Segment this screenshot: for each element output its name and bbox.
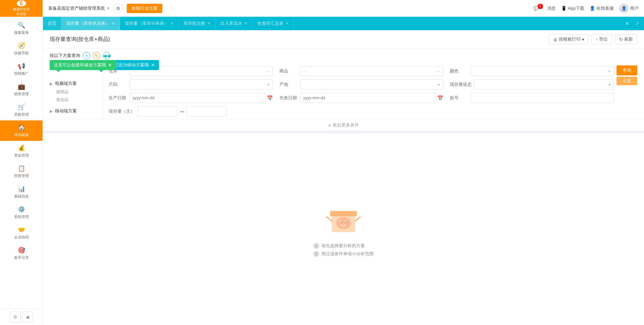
goods-select[interactable]: ··· ⋯ [300,66,443,76]
batch-no-field: 批号 [450,93,614,103]
sidebar-item-marketing-label: 营销推广 [14,71,29,76]
sidebar-item-quicknav[interactable]: 🧭 快捷导航 [0,39,43,59]
sidebar-item-marketing[interactable]: 📢 营销推广 [0,59,43,79]
tab-inventory-status-close[interactable]: ✕ [112,21,115,26]
tab-collect-summary[interactable]: 收发存汇总表 ✕ [253,17,294,30]
tab-inventory-status[interactable]: 现存量（库存状况表） ✕ [61,17,120,30]
user-avatar-item[interactable]: 👤 用户 [619,4,639,13]
sidebar-item-search[interactable]: 🔍 搜索菜单 [0,18,43,39]
online-service-item[interactable]: 👤 在线客服 [590,5,614,11]
scheme-desktop-child-2[interactable]: 按仓品 [56,96,100,104]
template-print-label: 按模板打印 [559,36,581,42]
collapse-bar[interactable]: ∧ 收起更多条件 [43,119,644,131]
filter-row-2: 尺码 ▾ 产地 ▾ [109,79,614,90]
sidebar-item-system[interactable]: ⚙️ 系统管理 [0,202,43,223]
inventory-status-select[interactable]: ▾ [474,79,614,90]
sidebar-item-basic[interactable]: 📊 基础信息 [0,182,43,202]
sidebar-item-inventory[interactable]: 🏠 库存核算 [0,120,43,141]
color-arrow: ▾ [608,69,611,74]
origin-select[interactable]: ▾ [300,79,443,90]
hint-1: 1 请先选择要分析的方案 [313,243,374,249]
export-btn[interactable]: ↑ 导出 [591,34,612,44]
sidebar-item-finance[interactable]: 💰 资金管理 [0,141,43,161]
sidebar-item-sales[interactable]: 💼 销售管理 [0,79,43,100]
scheme-desktop[interactable]: ▶ 电脑端方案 [50,79,100,88]
edit-scheme-btn[interactable]: ✎ [93,52,100,59]
sidebar-item-guide[interactable]: 🎯 新手引导 [0,243,43,264]
back-btn[interactable]: ◀◀ [103,52,110,59]
scheme-mobile[interactable]: ▶ 移动端方案 [50,106,100,116]
tab-close-all-btn[interactable]: ✕ [623,19,631,28]
scheme-mobile-label: 移动端方案 [55,108,77,114]
print-arrow: ▾ [582,37,584,42]
experience-button[interactable]: 体验行业方案 [127,4,162,13]
expiry-date-inputs: 📅 [300,93,443,103]
reset-button[interactable]: 设置 [616,77,637,85]
collapse-label: 收起更多条件 [333,122,359,128]
tab-in-out-flow[interactable]: 出入库流水 ✕ [216,17,253,30]
page-actions: 🖨 按模板打印 ▾ ↑ 导出 ↻ 刷新 [549,34,638,44]
tooltip-edit-close[interactable]: ✕ [108,62,112,68]
message-item[interactable]: 💬 6 消息 [534,5,556,11]
scheme-desktop-child-1[interactable]: 按照品 [56,88,100,96]
inventory-range: — [138,106,226,116]
export-label: 导出 [599,36,608,42]
hint-2-num: 2 [313,251,319,257]
content-area: 现存量查询(按仓库+商品) 🖨 按模板打印 ▾ ↑ 导出 ↻ 刷新 [43,30,644,325]
tab-batch-ledger-close[interactable]: ✕ [207,21,211,26]
refresh-icon: ↻ [619,37,623,42]
inventory-main-label: 现存量（主） [109,108,136,114]
sidebar-item-enterprise[interactable]: 🤝 企业协同 [0,223,43,243]
sidebar-item-guide-label: 新手引导 [14,255,29,260]
inventory-status-label: 现存量状态 [450,82,472,88]
sidebar-item-search-label: 搜索菜单 [14,30,29,35]
tab-in-out-flow-close[interactable]: ✕ [244,21,248,26]
tooltip-scheme-close[interactable]: ✕ [151,62,155,68]
top-header: 装备及固定资产辅助管理系统 ▾ ⚙ 体验行业方案 💬 6 消息 📱 App下载 … [43,0,644,17]
collapse-btn[interactable]: ◀ [22,312,33,322]
dropdown-arrow: ▾ [107,6,109,11]
sidebar-item-purchase-label: 采购管理 [14,112,29,117]
color-field: 颜色 ▾ [450,66,614,76]
production-date-label: 生产日期 [109,95,127,101]
filter-header: 按以下方案查询 + ✎ ◀◀ 电脑方案可设为移动方案哦 ✕ [43,49,644,59]
expiry-date-calendar-icon[interactable]: 📅 [437,95,443,101]
goods-dots: ⋯ [436,69,440,74]
inventory-min-input[interactable] [138,106,178,116]
query-button[interactable]: 查询 [616,65,637,75]
production-date-calendar-icon[interactable]: 📅 [267,95,273,101]
hint-1-num: 1 [313,243,319,249]
tab-home[interactable]: 首页 [43,17,61,30]
edition-label: 标准版 [16,12,26,16]
tab-maximize-btn[interactable]: ⤢ [633,19,641,28]
expiry-date-input[interactable] [300,93,436,103]
template-print-btn[interactable]: 🖨 按模板打印 ▾ [549,34,589,44]
settings-btn[interactable]: ⚙ [10,312,21,322]
tab-inventory-dist[interactable]: 现存量（库存分布表） ✕ [120,17,179,30]
origin-label: 产地 [279,82,298,88]
batch-no-input[interactable] [471,93,614,103]
tab-home-label: 首页 [48,20,56,26]
gear-button[interactable]: ⚙ [113,4,123,13]
guide-icon: 🎯 [18,247,25,254]
app-download-item[interactable]: 📱 App下载 [561,5,584,11]
sidebar-item-operations-label: 经营管理 [14,173,29,178]
svg-point-6 [346,221,347,222]
production-date-input[interactable] [129,93,266,103]
sidebar-item-operations[interactable]: 📋 经营管理 [0,161,43,182]
origin-field: 产地 ▾ [279,79,443,90]
inventory-max-input[interactable] [186,106,226,116]
scheme-and-filter: 这里可以创建和修改方案哦 ✕ ▶ 电脑端方案 按照品 按仓品 [43,63,644,119]
color-select[interactable]: ▾ [471,66,614,76]
empty-hints: 1 请先选择要分析的方案 2 用过滤条件来缩小分析范围 [313,243,374,257]
sidebar-item-purchase[interactable]: 🛒 采购管理 [0,100,43,120]
tab-collect-summary-close[interactable]: ✕ [285,21,289,26]
filter-row-4: 现存量（主） — [109,106,614,116]
refresh-btn[interactable]: ↻ 刷新 [615,34,637,44]
tooltip-edit-text: 这里可以创建和修改方案哦 [54,62,106,68]
size-select[interactable]: ▾ [129,79,273,90]
tab-inventory-dist-close[interactable]: ✕ [170,21,174,26]
system-icon: ⚙️ [18,206,25,213]
tab-batch-ledger[interactable]: 库存批次账 ✕ [179,17,216,30]
add-scheme-btn[interactable]: + [83,52,90,59]
